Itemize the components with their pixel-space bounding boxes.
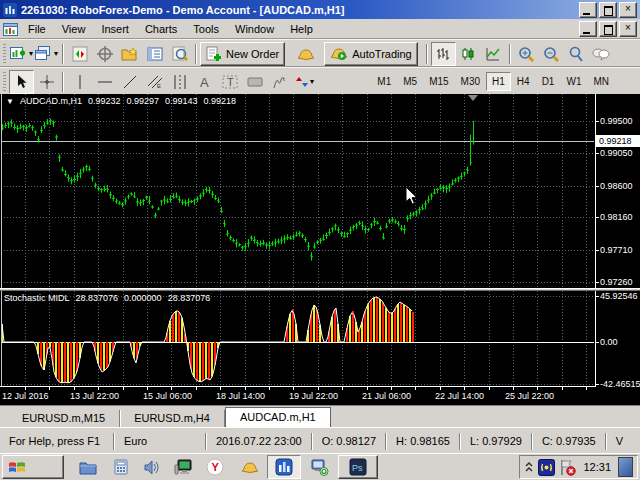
toolbar-grip[interactable] [3,44,6,64]
chart-profiles-button[interactable]: ▾ [34,42,59,66]
metaeditor-button[interactable] [293,42,318,66]
chart-tab-eurusd-m-m15[interactable]: EURUSD.m,M15 [8,410,120,427]
chart-splitter[interactable] [0,288,640,291]
trendline-button[interactable] [117,70,142,94]
timeframe-h1[interactable]: H1 [486,72,511,91]
zoom-in-button[interactable] [514,42,539,66]
horizontal-line-button[interactable] [92,70,117,94]
svg-text:T: T [227,76,234,88]
collapse-arrow-icon[interactable]: ▼ [6,97,14,106]
quicklaunch-metatrader-hat[interactable] [240,457,260,477]
status-symbol-description: Euro [115,435,205,447]
chart-tab-audcad-m-h1[interactable]: AUDCAD.m,H1 [225,407,331,427]
strategy-tester-button[interactable] [167,42,192,66]
tray-clock[interactable]: 12:31 [580,461,614,473]
candlestick-chart-button[interactable] [456,42,481,66]
monitor-icon [174,459,192,475]
restore-button[interactable] [599,2,617,18]
terminal-button[interactable] [142,42,167,66]
timeframe-mn[interactable]: MN [587,72,615,91]
minimize-button[interactable] [579,2,597,18]
andrews-pitchfork-button[interactable]: t [267,70,292,94]
chart-tab-eurusd-m-h4[interactable]: EURUSD.m,H4 [120,410,225,427]
price-axis-label: 0.97260 [600,277,633,287]
indicator-value-2: 0.000000 [124,293,162,303]
quicklaunch-calculator[interactable] [111,457,131,477]
text-label-button[interactable]: T [217,70,242,94]
indicator-axis-label: -42.46515 [600,379,640,389]
start-button[interactable] [2,455,64,479]
crosshair-tool-button[interactable] [34,70,59,94]
chart-area[interactable]: ▼ AUDCAD.m,H1 0.99232 0.99297 0.99143 0.… [0,94,640,405]
tray-offline-flag-icon[interactable] [559,459,576,476]
taskbar-mt4-button[interactable] [267,455,301,479]
timeframe-m1[interactable]: M1 [371,72,397,91]
menu-file[interactable]: File [20,20,54,38]
svg-text:Ps: Ps [352,463,363,473]
toolbar-separator [509,44,511,64]
tester-icon [172,46,188,62]
timeframe-m5[interactable]: M5 [397,72,423,91]
community-button[interactable] [589,42,614,66]
indicator-value-3: 28.837076 [168,293,211,303]
toolbar-grip[interactable] [3,72,6,92]
text-button[interactable]: A [192,70,217,94]
channel-icon: E [147,75,163,89]
quicklaunch-sync[interactable] [310,457,330,477]
shapes-button[interactable] [242,70,267,94]
market-watch-button[interactable] [67,42,92,66]
status-field-5: V [607,435,632,447]
show-desktop-button[interactable] [618,457,633,477]
menu-view[interactable]: View [54,20,94,38]
arrows-button[interactable]: ▾ [292,70,317,94]
tray-network-activity-icon[interactable] [538,459,555,476]
new-chart-button[interactable]: ▾ [9,42,34,66]
autotrading-label: AutoTrading [352,48,412,60]
titlebar[interactable]: 2261030: RoboForex-Demo - Demo Account -… [0,0,640,19]
menu-help[interactable]: Help [282,20,321,38]
timeframe-w1[interactable]: W1 [560,72,587,91]
close-button[interactable]: × [619,2,637,18]
quicklaunch-volume[interactable] [142,457,162,477]
new-order-button[interactable]: New Order [200,42,285,66]
bar-chart-button[interactable] [431,42,456,66]
price-axis-label: 0.98160 [600,212,633,222]
timeframe-m15[interactable]: M15 [423,72,454,91]
quicklaunch-display[interactable] [173,457,193,477]
window-title: 2261030: RoboForex-Demo - Demo Account -… [21,4,577,16]
fibonacci-button[interactable] [167,70,192,94]
cursor-button[interactable] [9,70,34,94]
quicklaunch-folder[interactable] [78,457,98,477]
menu-tools[interactable]: Tools [185,20,227,38]
equidistant-channel-button[interactable]: E [142,70,167,94]
indicator-value-1: 28.837076 [76,293,119,303]
mouse-cursor [405,186,418,205]
chart-child-icon[interactable] [3,23,18,36]
status-field-4: C: 0.97935 [533,435,605,447]
autotrading-button[interactable]: AutoTrading [324,42,418,66]
zoom-out-button[interactable] [539,42,564,66]
menu-charts[interactable]: Charts [137,20,185,38]
line-chart-button[interactable] [481,42,506,66]
taskbar-photoshop-button[interactable]: Ps [338,455,378,479]
status-bar-info: 2016.07.22 23:00O: 0.98127H: 0.98165L: 0… [207,433,632,450]
timeframe-d1[interactable]: D1 [536,72,561,91]
data-window-button[interactable] [92,42,117,66]
time-axis-label: 25 Jul 22:00 [505,391,554,401]
chart-tabbar: EURUSD.m,M15EURUSD.m,H4AUDCAD.m,H1 [0,405,640,427]
chart-canvas[interactable] [0,94,640,405]
timeframe-m30[interactable]: M30 [455,72,486,91]
child-restore-button[interactable] [599,21,617,37]
find-symbol-button[interactable] [564,42,589,66]
child-minimize-button[interactable] [579,21,597,37]
menu-window[interactable]: Window [227,20,282,38]
navigator-button[interactable] [117,42,142,66]
indicator-name: Stochastic MIDL [4,293,70,303]
quicklaunch-yandex[interactable]: Y [205,457,225,477]
vertical-line-button[interactable] [67,70,92,94]
menu-insert[interactable]: Insert [93,20,137,38]
child-close-button[interactable]: × [619,21,637,37]
crosshair-tool-icon [40,75,54,89]
timeframe-h4[interactable]: H4 [511,72,536,91]
tray-expand-icon[interactable] [524,461,534,473]
